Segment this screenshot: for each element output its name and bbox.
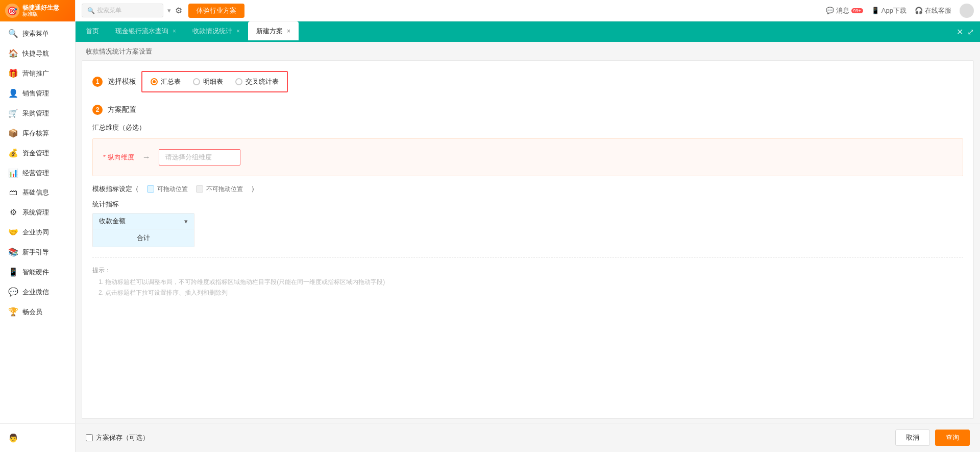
- page-body: 1 选择模板 汇总表 明细表 交叉统计表: [82, 60, 974, 419]
- tab-expand-icon[interactable]: ⤢: [967, 27, 974, 37]
- step1-header: 1 选择模板 汇总表 明细表 交叉统计表: [92, 71, 963, 92]
- money-icon: 💰: [8, 148, 18, 158]
- phone-icon: 📱: [8, 267, 18, 277]
- dimension-select[interactable]: 请选择分组维度: [159, 149, 240, 165]
- save-plan-input[interactable]: [86, 434, 93, 441]
- search-dropdown-icon[interactable]: ▾: [167, 7, 171, 14]
- radio-summary[interactable]: 汇总表: [151, 77, 181, 86]
- metrics-title: 模板指标设定（: [92, 184, 139, 194]
- online-service-item[interactable]: 🎧 在线客服: [915, 6, 951, 15]
- radio-cross[interactable]: 交叉统计表: [235, 77, 279, 86]
- sidebar-item-member[interactable]: 🏆 畅会员: [0, 302, 75, 322]
- industry-solution-button[interactable]: 体验行业方案: [188, 4, 244, 18]
- sidebar-item-purchase[interactable]: 🛒 采购管理: [0, 103, 75, 123]
- user-icon: 👤: [8, 88, 18, 98]
- gift-icon: 🎁: [8, 68, 18, 78]
- dimension-title: 汇总维度（必选）: [92, 123, 963, 132]
- metrics-grid-header[interactable]: 收款金额 ▾: [93, 213, 194, 229]
- gear-icon: ⚙: [8, 207, 18, 217]
- metrics-dropdown-icon[interactable]: ▾: [184, 218, 188, 225]
- step1-section: 1 选择模板 汇总表 明细表 交叉统计表: [92, 71, 963, 92]
- metrics-legend: 可拖动位置 不可拖动位置 ）: [147, 184, 258, 194]
- dimension-row: * 纵向维度 → 请选择分组维度: [103, 149, 952, 165]
- chat-icon: 💬: [8, 287, 18, 297]
- download-icon: 📱: [871, 7, 879, 14]
- home-icon: 🏠: [8, 49, 18, 58]
- service-icon: 🎧: [915, 7, 923, 14]
- sidebar-item-guide[interactable]: 📚 新手引导: [0, 242, 75, 262]
- main-area: 🔍 搜索菜单 ▾ ⚙ 体验行业方案 💬 消息 99+ 📱 App下载 🎧 在线客…: [76, 0, 980, 452]
- search-icon: 🔍: [8, 29, 18, 38]
- search-icon: 🔍: [87, 7, 95, 14]
- tab-bank[interactable]: 现金银行流水查询 ×: [107, 21, 184, 42]
- save-plan-checkbox[interactable]: 方案保存（可选）: [86, 433, 149, 442]
- avatar-icon: 👨: [8, 433, 18, 443]
- stats-label: 统计指标: [92, 200, 963, 209]
- tips-section: 提示： 1. 拖动标题栏可以调整布局，不可跨维度或指标区域拖动栏目字段(只能在同…: [92, 257, 963, 297]
- sidebar: 🎯 畅捷通好生意 标准版 🔍 搜索菜单 🏠 快捷导航 🎁 营销推广 👤 销售管理…: [0, 0, 76, 452]
- step1-number: 1: [92, 77, 103, 87]
- tip-item-1: 1. 拖动标题栏可以调整布局，不可跨维度或指标区域拖动栏目字段(只能在同一维度或…: [92, 278, 963, 287]
- dimension-config: 汇总维度（必选） * 纵向维度 → 请选择分组维度: [92, 123, 963, 176]
- metrics-grid-cell: 合计: [93, 229, 194, 247]
- sidebar-item-basic[interactable]: 🗃 基础信息: [0, 183, 75, 202]
- topbar-right: 💬 消息 99+ 📱 App下载 🎧 在线客服: [826, 4, 974, 18]
- sidebar-item-sales[interactable]: 👤 销售管理: [0, 83, 75, 103]
- book-icon: 📚: [8, 247, 18, 257]
- legend-draggable: 可拖动位置: [147, 185, 188, 194]
- breadcrumb: 收款情况统计方案设置: [76, 42, 980, 60]
- tab-new-plan-close-icon[interactable]: ×: [287, 28, 290, 35]
- dimension-area: * 纵向维度 → 请选择分组维度: [92, 138, 963, 176]
- handshake-icon: 🤝: [8, 227, 18, 237]
- sidebar-item-system[interactable]: ⚙ 系统管理: [0, 202, 75, 222]
- dimension-arrow-icon: →: [142, 153, 151, 162]
- sidebar-item-marketing[interactable]: 🎁 营销推广: [0, 63, 75, 83]
- content-area: 收款情况统计方案设置 1 选择模板 汇总表 明细表: [76, 42, 980, 452]
- step2-section: 2 方案配置 汇总维度（必选） * 纵向维度 → 请选择分组维度: [92, 105, 963, 297]
- notification-badge: 99+: [851, 8, 863, 13]
- box-icon: 📦: [8, 128, 18, 138]
- chart-icon: 📊: [8, 168, 18, 178]
- sidebar-item-enterprise[interactable]: 🤝 企业协同: [0, 222, 75, 242]
- sidebar-item-finance[interactable]: 💰 资金管理: [0, 143, 75, 163]
- sidebar-item-operation[interactable]: 📊 经营管理: [0, 163, 75, 183]
- user-avatar[interactable]: [960, 4, 974, 18]
- sidebar-item-nav[interactable]: 🏠 快捷导航: [0, 43, 75, 63]
- tab-home[interactable]: 首页: [78, 21, 107, 42]
- settings-icon[interactable]: ⚙: [175, 6, 182, 15]
- tab-collection-close-icon[interactable]: ×: [236, 28, 240, 35]
- tab-new-plan[interactable]: 新建方案 ×: [248, 21, 299, 42]
- query-button[interactable]: 查询: [935, 430, 970, 446]
- metrics-config: 模板指标设定（ 可拖动位置 不可拖动位置 ）: [92, 184, 963, 247]
- sidebar-item-hardware[interactable]: 📱 智能硬件: [0, 262, 75, 282]
- sidebar-item-wechat[interactable]: 💬 企业微信: [0, 282, 75, 302]
- sidebar-item-user-profile[interactable]: 👨: [0, 428, 75, 448]
- tips-title: 提示：: [92, 266, 963, 275]
- close-paren: ）: [251, 184, 258, 194]
- trophy-icon: 🏆: [8, 307, 18, 317]
- sidebar-item-search[interactable]: 🔍 搜索菜单: [0, 23, 75, 43]
- logo-text: 畅捷通好生意 标准版: [22, 4, 59, 17]
- sidebar-item-inventory[interactable]: 📦 库存核算: [0, 123, 75, 143]
- logo-icon: 🎯: [5, 4, 19, 18]
- cancel-button[interactable]: 取消: [895, 430, 930, 446]
- sidebar-nav: 🔍 搜索菜单 🏠 快捷导航 🎁 营销推广 👤 销售管理 🛒 采购管理 📦 库存核…: [0, 21, 75, 423]
- search-box[interactable]: 🔍 搜索菜单: [82, 4, 163, 17]
- legend-fixed: 不可拖动位置: [196, 185, 243, 194]
- app-download-item[interactable]: 📱 App下载: [871, 6, 906, 15]
- radio-detail[interactable]: 明细表: [193, 77, 223, 86]
- metrics-header: 模板指标设定（ 可拖动位置 不可拖动位置 ）: [92, 184, 963, 194]
- tab-collection[interactable]: 收款情况统计 ×: [184, 21, 248, 42]
- tabbar-actions: ✕ ⤢: [957, 21, 978, 42]
- cart-icon: 🛒: [8, 108, 18, 118]
- radio-detail-circle: [193, 78, 200, 85]
- tab-close-all-icon[interactable]: ✕: [957, 27, 963, 37]
- page-footer: 方案保存（可选） 取消 查询: [76, 423, 980, 452]
- draggable-legend-icon: [147, 185, 154, 193]
- fixed-legend-icon: [196, 185, 203, 193]
- sidebar-bottom: 👨: [0, 423, 75, 452]
- step1-title: 选择模板: [108, 77, 136, 86]
- footer-actions: 取消 查询: [895, 430, 970, 446]
- tab-bank-close-icon[interactable]: ×: [173, 28, 176, 35]
- notification-item[interactable]: 💬 消息 99+: [826, 6, 863, 15]
